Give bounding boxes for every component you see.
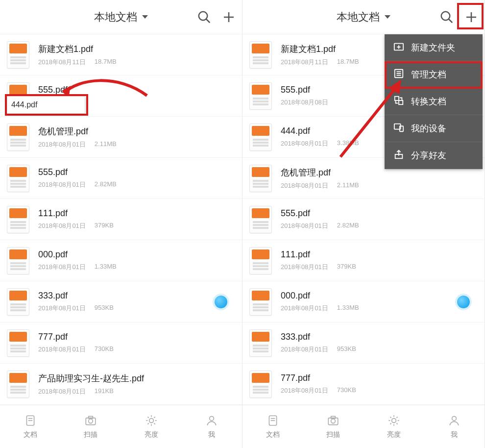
file-name: 111.pdf xyxy=(281,249,478,260)
menu-item-folder-plus[interactable]: 新建文件夹 xyxy=(385,34,483,61)
tab-label: 我 xyxy=(451,430,458,439)
menu-item-share[interactable]: 分享好友 xyxy=(385,142,483,169)
file-row[interactable]: 000.pdf2018年08月01日1.33MB xyxy=(0,240,242,281)
file-date: 2018年08月01日 xyxy=(281,304,328,313)
file-meta: 2018年08月01日730KB xyxy=(281,386,478,395)
svg-line-22 xyxy=(449,19,453,23)
header-title: 本地文档 xyxy=(337,10,380,25)
tabbar: 文档扫描亮度我 xyxy=(0,405,242,448)
file-meta: 2018年08月01日730KB xyxy=(38,345,235,354)
left-pane: 本地文档 新建文档1.pdf2018年08月11日18.7MB555.pdf20… xyxy=(0,0,242,448)
sun-icon xyxy=(388,414,400,428)
file-row[interactable]: 333.pdf2018年08月01日953KB xyxy=(0,281,242,323)
right-pane: 本地文档 新建文档1.pdf2018年08月11日18.7MB555.pdf20… xyxy=(242,0,485,448)
menu-item-devices[interactable]: 我的设备 xyxy=(385,115,483,142)
file-info: 产品助理实习生-赵先生.pdf2018年08月01日191KB xyxy=(38,373,235,396)
menu-item-convert[interactable]: 转换文档 xyxy=(385,88,483,115)
file-name: 555.pdf xyxy=(38,167,235,177)
file-info: 555.pdf2018年08月01日2.82MB xyxy=(38,167,235,189)
file-info: 危机管理.pdf2018年08月01日2.11MB xyxy=(281,167,478,190)
tab-label: 亮度 xyxy=(145,430,158,439)
status-dot-icon xyxy=(215,296,227,308)
file-name: 危机管理.pdf xyxy=(38,125,235,137)
list-icon xyxy=(393,68,404,81)
svg-rect-10 xyxy=(89,416,93,418)
file-name: 333.pdf xyxy=(38,291,235,301)
pdf-file-icon xyxy=(249,288,272,316)
file-row[interactable]: 000.pdf2018年08月01日1.33MB xyxy=(242,281,485,323)
file-info: 333.pdf2018年08月01日953KB xyxy=(281,332,478,354)
file-row[interactable]: 产品助理实习生-赵先生.pdf2018年08月01日191KB xyxy=(0,364,242,405)
file-date: 2018年08月01日 xyxy=(38,345,86,354)
file-meta: 2018年08月01日953KB xyxy=(38,304,235,313)
file-row[interactable]: 111.pdf2018年08月01日379KB xyxy=(242,240,485,281)
file-row[interactable]: 危机管理.pdf2018年08月01日2.11MB xyxy=(0,117,242,158)
svg-rect-44 xyxy=(331,416,336,418)
svg-point-9 xyxy=(89,419,93,423)
file-size: 2.11MB xyxy=(95,140,117,149)
tab-doc[interactable]: 文档 xyxy=(0,405,61,448)
title-dropdown[interactable]: 本地文档 xyxy=(94,10,148,25)
pdf-file-icon xyxy=(249,82,272,110)
file-size: 730KB xyxy=(95,345,114,354)
svg-line-51 xyxy=(396,423,397,424)
folder-plus-icon xyxy=(393,41,404,54)
tab-camera[interactable]: 扫描 xyxy=(303,405,364,448)
file-name: 000.pdf xyxy=(281,291,478,301)
file-row[interactable]: 777.pdf2018年08月01日730KB xyxy=(0,323,242,364)
file-size: 2.82MB xyxy=(95,180,117,189)
file-meta: 2018年08月01日379KB xyxy=(281,263,478,272)
file-row[interactable]: 555.pdf2018年08月01日2.82MB xyxy=(0,158,242,199)
tab-person[interactable]: 我 xyxy=(182,405,242,448)
svg-line-53 xyxy=(396,417,397,418)
file-row[interactable]: 777.pdf2018年08月01日730KB xyxy=(242,364,485,405)
file-row[interactable]: 111.pdf2018年08月01日379KB xyxy=(0,199,242,240)
menu-item-list[interactable]: 管理文档 xyxy=(385,61,483,88)
person-icon xyxy=(205,414,218,428)
chevron-down-icon xyxy=(142,15,148,19)
tab-sun[interactable]: 亮度 xyxy=(364,405,424,448)
svg-line-1 xyxy=(206,19,210,23)
file-info: 333.pdf2018年08月01日953KB xyxy=(38,291,235,313)
file-size: 953KB xyxy=(337,345,356,354)
search-icon[interactable] xyxy=(197,10,212,25)
file-info: 777.pdf2018年08月01日730KB xyxy=(38,332,235,354)
file-size: 379KB xyxy=(337,263,356,272)
file-meta: 2018年08月11日18.7MB xyxy=(38,58,235,67)
file-info: 新建文档1.pdf2018年08月11日18.7MB xyxy=(38,43,235,67)
file-info: 危机管理.pdf2018年08月01日2.11MB xyxy=(38,125,235,149)
menu-item-label: 分享好友 xyxy=(411,149,446,161)
file-date: 2018年08月08日 xyxy=(281,98,328,107)
file-meta: 2018年08月01日1.33MB xyxy=(38,263,235,272)
file-meta: 2018年08月01日191KB xyxy=(38,387,235,396)
file-list[interactable]: 新建文档1.pdf2018年08月11日18.7MB555.pdf2018年08… xyxy=(0,34,242,405)
file-row[interactable]: 555.pdf2018年08月01日2.82MB xyxy=(242,199,485,240)
doc-icon xyxy=(24,414,37,428)
tab-doc[interactable]: 文档 xyxy=(242,405,303,448)
title-dropdown[interactable]: 本地文档 xyxy=(337,10,390,25)
file-row[interactable]: 新建文档1.pdf2018年08月11日18.7MB xyxy=(0,34,242,75)
tab-sun[interactable]: 亮度 xyxy=(121,405,182,448)
camera-icon xyxy=(327,414,340,428)
file-row[interactable]: 333.pdf2018年08月01日953KB xyxy=(242,323,485,364)
tab-person[interactable]: 我 xyxy=(424,405,485,448)
add-icon[interactable] xyxy=(464,10,479,25)
pdf-file-icon xyxy=(7,329,29,357)
tab-camera[interactable]: 扫描 xyxy=(61,405,121,448)
tab-label: 扫描 xyxy=(84,430,97,439)
file-size: 1.33MB xyxy=(337,304,359,313)
drag-preview: 444.pdf xyxy=(7,96,85,114)
svg-point-21 xyxy=(441,12,450,21)
pdf-file-icon xyxy=(7,247,29,274)
header-title: 本地文档 xyxy=(94,10,137,25)
convert-icon xyxy=(393,95,404,108)
menu-item-label: 转换文档 xyxy=(411,96,446,107)
file-date: 2018年08月01日 xyxy=(38,140,86,149)
add-icon[interactable] xyxy=(221,10,236,25)
search-icon[interactable] xyxy=(439,10,454,25)
file-info: 111.pdf2018年08月01日379KB xyxy=(281,249,478,272)
file-meta: 2018年08月01日1.33MB xyxy=(281,304,478,313)
sun-icon xyxy=(145,414,158,428)
tab-label: 我 xyxy=(208,430,215,439)
devices-icon xyxy=(393,122,404,135)
